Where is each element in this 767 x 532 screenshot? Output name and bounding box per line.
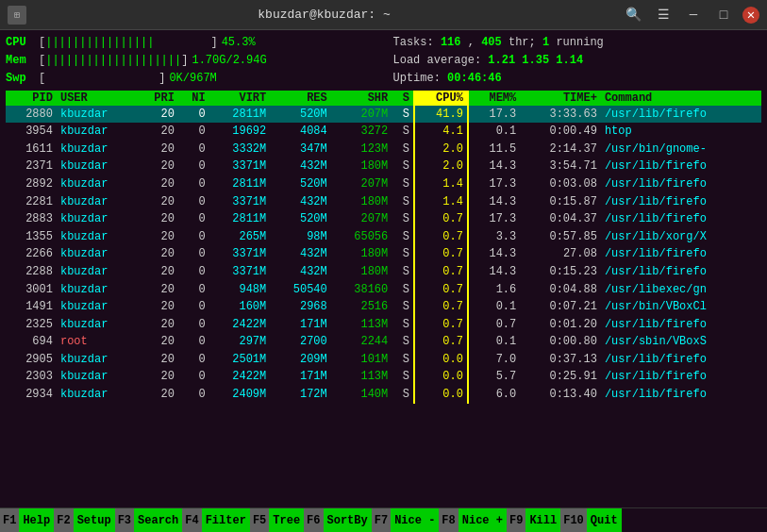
- col-mem: MEM%: [468, 91, 520, 106]
- table-row[interactable]: 2266 kbuzdar 20 0 3371M 432M 180M S 0.7 …: [6, 245, 761, 263]
- cpu-label: CPU: [6, 34, 39, 52]
- table-row[interactable]: 2325 kbuzdar 20 0 2422M 171M 113M S 0.7 …: [6, 316, 761, 334]
- cell-virt: 2409M: [209, 386, 271, 404]
- table-row[interactable]: 2880 kbuzdar 20 0 2811M 520M 207M S 41.9…: [6, 106, 761, 124]
- func-num-8: F8: [439, 508, 458, 532]
- cell-res: 209M: [270, 351, 331, 369]
- cell-mem: 1.6: [468, 281, 520, 299]
- uptime-value: 00:46:46: [447, 72, 502, 85]
- cell-pri: 20: [138, 210, 178, 228]
- cell-shr: 2244: [331, 333, 392, 351]
- table-row[interactable]: 1611 kbuzdar 20 0 3332M 347M 123M S 2.0 …: [6, 141, 761, 158]
- cell-mem: 7.0: [468, 351, 520, 369]
- terminal-icon: ⊞: [8, 6, 26, 25]
- cell-shr: 180M: [331, 245, 392, 263]
- funcbar-item-search[interactable]: F3Search: [115, 508, 183, 532]
- funcbar-item-sortby[interactable]: F6SortBy: [304, 508, 372, 532]
- cell-time: 0:37.13: [520, 351, 601, 369]
- funcbar-item-quit[interactable]: F10Quit: [560, 508, 621, 532]
- cell-shr: 180M: [331, 263, 392, 281]
- close-button[interactable]: ✕: [742, 7, 759, 24]
- funcbar-item-tree[interactable]: F5Tree: [250, 508, 304, 532]
- func-num-9: F9: [507, 508, 525, 532]
- func-label-nice -: Nice -: [391, 508, 439, 532]
- funcbar-item-help[interactable]: F1Help: [0, 508, 54, 532]
- funcbar-item-kill[interactable]: F9Kill: [507, 508, 560, 532]
- table-row[interactable]: 2303 kbuzdar 20 0 2422M 171M 113M S 0.0 …: [6, 368, 761, 386]
- cell-cmd: /usr/lib/firefo: [601, 316, 761, 334]
- cell-ni: 0: [178, 316, 209, 334]
- cell-cmd: /usr/lib/firefo: [601, 175, 761, 193]
- table-row[interactable]: 2934 kbuzdar 20 0 2409M 172M 140M S 0.0 …: [6, 386, 761, 404]
- table-row[interactable]: 1355 kbuzdar 20 0 265M 98M 65056 S 0.7 3…: [6, 228, 761, 246]
- cell-virt: 3371M: [209, 263, 271, 281]
- cell-s: S: [392, 263, 414, 281]
- cell-s: S: [392, 351, 414, 369]
- terminal-area: CPU [ |||||||||||||||| ] 45.3% Mem [ |||…: [0, 30, 767, 507]
- funcbar-item-nice +[interactable]: F8Nice +: [439, 508, 507, 532]
- funcbar-item-nice -[interactable]: F7Nice -: [372, 508, 440, 532]
- cell-user: kbuzdar: [57, 298, 138, 316]
- minimize-button[interactable]: ─: [682, 4, 705, 26]
- col-ni: NI: [178, 91, 209, 106]
- cell-res: 432M: [270, 245, 331, 263]
- funcbar-item-setup[interactable]: F2Setup: [54, 508, 114, 532]
- cell-mem: 14.3: [468, 193, 520, 211]
- cell-time: 0:00.80: [520, 333, 601, 351]
- cell-shr: 113M: [331, 316, 392, 334]
- cell-pid: 1611: [6, 141, 57, 158]
- cell-s: S: [392, 193, 414, 211]
- cell-cmd: htop: [601, 123, 761, 141]
- cell-time: 0:04.37: [520, 210, 601, 228]
- col-cpu: CPU%: [414, 91, 468, 106]
- menu-button[interactable]: ☰: [652, 4, 675, 26]
- func-num-5: F5: [250, 508, 269, 532]
- table-row[interactable]: 2883 kbuzdar 20 0 2811M 520M 207M S 0.7 …: [6, 210, 761, 228]
- cell-ni: 0: [178, 333, 209, 351]
- cell-pri: 20: [138, 123, 178, 141]
- cell-cmd: /usr/bin/VBoxCl: [601, 298, 761, 316]
- table-row[interactable]: 2371 kbuzdar 20 0 3371M 432M 180M S 2.0 …: [6, 158, 761, 175]
- table-row[interactable]: 694 root 20 0 297M 2700 2244 S 0.7 0.1 0…: [6, 333, 761, 351]
- cell-mem: 14.3: [468, 263, 520, 281]
- cell-res: 520M: [270, 210, 331, 228]
- cell-pri: 20: [138, 386, 178, 404]
- funcbar-item-filter[interactable]: F4Filter: [182, 508, 250, 532]
- cell-ni: 0: [178, 298, 209, 316]
- cell-res: 520M: [270, 175, 331, 193]
- cell-mem: 14.3: [468, 245, 520, 263]
- table-row[interactable]: 3001 kbuzdar 20 0 948M 50540 38160 S 0.7…: [6, 281, 761, 299]
- cell-cpu: 0.0: [414, 386, 468, 404]
- func-label-tree: Tree: [269, 508, 304, 532]
- cell-cmd: /usr/lib/firefo: [601, 210, 761, 228]
- process-table: PID USER PRI NI VIRT RES SHR S CPU% MEM%…: [6, 91, 761, 404]
- cell-s: S: [392, 333, 414, 351]
- cell-mem: 3.3: [468, 228, 520, 246]
- cell-ni: 0: [178, 281, 209, 299]
- cell-time: 0:15.23: [520, 263, 601, 281]
- cell-virt: 3371M: [209, 193, 271, 211]
- cell-cmd: /usr/lib/firefo: [601, 368, 761, 386]
- cell-virt: 297M: [209, 333, 271, 351]
- cell-cmd: /usr/bin/gnome-: [601, 141, 761, 158]
- mem-row: Mem [ |||||||||||||||||||| ] 1.70G/2.94G: [6, 52, 375, 70]
- cell-res: 4084: [270, 123, 331, 141]
- table-row[interactable]: 1491 kbuzdar 20 0 160M 2968 2516 S 0.7 0…: [6, 298, 761, 316]
- mem-value: 1.70G/2.94G: [192, 52, 266, 70]
- cell-ni: 0: [178, 228, 209, 246]
- table-row[interactable]: 2288 kbuzdar 20 0 3371M 432M 180M S 0.7 …: [6, 263, 761, 281]
- table-row[interactable]: 2281 kbuzdar 20 0 3371M 432M 180M S 1.4 …: [6, 193, 761, 211]
- cell-pri: 20: [138, 351, 178, 369]
- maximize-button[interactable]: □: [712, 4, 735, 26]
- search-button[interactable]: 🔍: [622, 4, 644, 26]
- cell-shr: 180M: [331, 158, 392, 175]
- cell-cpu: 0.7: [414, 210, 468, 228]
- table-row[interactable]: 3954 kbuzdar 20 0 19692 4084 3272 S 4.1 …: [6, 123, 761, 141]
- cell-mem: 0.1: [468, 123, 520, 141]
- cell-user: kbuzdar: [57, 193, 138, 211]
- table-row[interactable]: 2905 kbuzdar 20 0 2501M 209M 101M S 0.0 …: [6, 351, 761, 369]
- col-user: USER: [57, 91, 138, 106]
- table-row[interactable]: 2892 kbuzdar 20 0 2811M 520M 207M S 1.4 …: [6, 175, 761, 193]
- mem-bar: ||||||||||||||||||||: [45, 52, 181, 70]
- cell-pid: 2288: [6, 263, 57, 281]
